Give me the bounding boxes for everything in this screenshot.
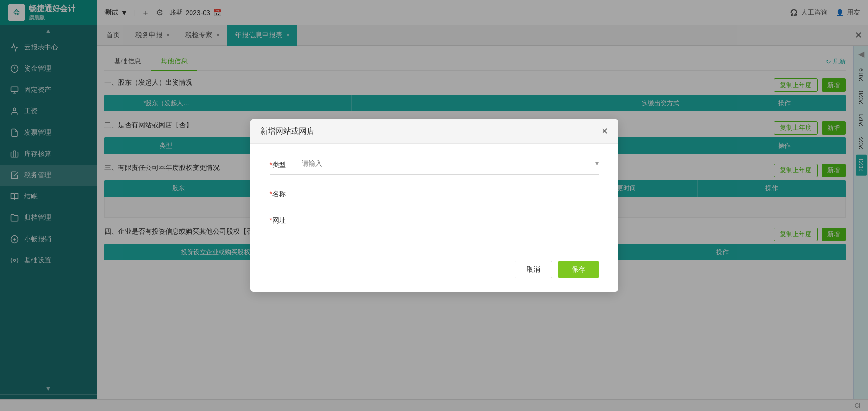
save-button[interactable]: 保存 [558, 261, 599, 278]
form-row-type: *类型 ▾ [270, 157, 599, 175]
modal-body: *类型 ▾ *名称 * [250, 144, 618, 253]
type-input[interactable] [302, 157, 595, 169]
form-row-name: *名称 [270, 186, 599, 201]
modal-title: 新增网站或网店 [260, 126, 314, 137]
url-input[interactable] [302, 213, 599, 225]
url-input-wrap [302, 213, 599, 228]
url-label: *网址 [270, 216, 294, 225]
type-input-wrap: ▾ [302, 157, 599, 172]
modal-add-website: 新增网站或网店 ✕ *类型 ▾ *名称 [250, 119, 618, 292]
modal-overlay: 新增网站或网店 ✕ *类型 ▾ *名称 [0, 0, 868, 411]
name-input[interactable] [302, 186, 599, 198]
type-dropdown-icon[interactable]: ▾ [595, 159, 599, 167]
cancel-button[interactable]: 取消 [515, 261, 552, 278]
type-label: *类型 [270, 161, 294, 169]
name-label: *名称 [270, 190, 294, 198]
modal-footer: 取消 保存 [250, 253, 618, 292]
name-input-wrap [302, 186, 599, 201]
modal-header: 新增网站或网店 ✕ [250, 119, 618, 144]
form-row-url: *网址 [270, 213, 599, 228]
modal-close-icon[interactable]: ✕ [601, 126, 608, 137]
